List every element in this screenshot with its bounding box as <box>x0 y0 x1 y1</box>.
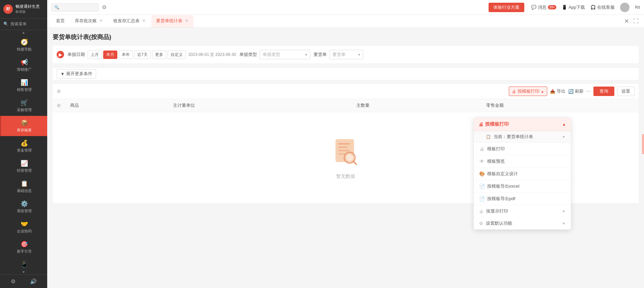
app-badge: 标准版 <box>16 9 40 14</box>
tab-receipt-summary-label: 收发存汇总表 <box>113 18 140 24</box>
query-btn[interactable]: 查询 <box>593 87 614 96</box>
tab-order-stats-close[interactable]: ✕ <box>184 19 189 23</box>
main-area: 🔍 ⚙ 体验行业方案 💬 消息 99+ 📱 App下载 🎧 在线客服 Rit <box>47 0 644 288</box>
current-template-label: 当前：要货单统计表 <box>494 134 562 140</box>
messages-btn[interactable]: 💬 消息 99+ <box>531 4 556 10</box>
sidebar-item-marketing[interactable]: 📢 营销推广 <box>0 55 47 75</box>
topbar-search[interactable]: 🔍 <box>51 3 98 11</box>
dropdown-item-template-design[interactable]: 🎨 模板自定义设计 <box>474 168 571 180</box>
sidebar-item-basics[interactable]: 📋 基础信息 <box>0 177 47 197</box>
export-btn[interactable]: 📤 导出 <box>550 88 565 94</box>
scroll-up-btn[interactable]: ▲ <box>0 30 47 35</box>
footer-speaker-icon[interactable]: 🔊 <box>30 278 37 285</box>
user-avatar-btn[interactable] <box>620 3 630 12</box>
collab-label: 企业协同 <box>17 229 32 234</box>
marketing-icon: 📢 <box>21 59 28 66</box>
sidebar-item-collab[interactable]: 🤝 企业协同 <box>0 217 47 237</box>
export-excel-label: 按模板导出excel <box>487 183 519 189</box>
svg-point-6 <box>346 154 353 161</box>
sidebar-search[interactable]: 🔍 搜索菜单 <box>0 19 47 30</box>
export-pdf-label: 按模板导出pdf <box>487 196 515 202</box>
display-print-arrow-icon: ▼ <box>562 210 565 213</box>
tab-batch-accounts[interactable]: 库存批次账 ✕ <box>70 15 108 27</box>
tab-close-all-icon[interactable]: ✕ <box>623 17 631 26</box>
refresh-btn[interactable]: 🔄 刷新 <box>568 88 584 94</box>
7days-btn[interactable]: 近7天 <box>134 51 151 59</box>
app-download-btn[interactable]: 📱 App下载 <box>562 4 585 10</box>
column-settings-icon[interactable]: ⚙ <box>57 89 61 94</box>
sidebar-item-finance[interactable]: 💰 资金管理 <box>0 136 47 156</box>
dropdown-item-template-print[interactable]: 🖨 模板打印 <box>474 143 571 155</box>
table-area: ⚙ 🖨 按模板打印 ▲ 📤 导出 🔄 刷新 ··· <box>53 84 639 203</box>
settings-btn[interactable]: 设置 <box>617 87 635 96</box>
marketing-label: 营销推广 <box>17 67 32 72</box>
online-service-btn[interactable]: 🎧 在线客服 <box>590 4 615 10</box>
template-design-label: 模板自定义设计 <box>487 171 518 177</box>
dropdown-collapse-btn[interactable]: ▲ <box>562 122 566 127</box>
expand-more-btn[interactable]: ▼ 展开更多条件 <box>57 69 96 78</box>
vertical-scrollbar[interactable] <box>642 134 644 154</box>
system-icon: ⚙️ <box>21 200 28 207</box>
dropdown-item-export-pdf[interactable]: 📄 按模板导出pdf <box>474 193 571 205</box>
trial-btn[interactable]: 体验行业方案 <box>489 3 524 12</box>
svg-rect-2 <box>338 147 348 148</box>
col-unit: 主计量单位 <box>169 99 352 112</box>
this-month-btn[interactable]: 本月 <box>103 51 117 59</box>
footer-settings-icon[interactable]: ⚙ <box>11 278 16 285</box>
table-settings-icon[interactable]: ⚙ <box>57 103 61 108</box>
sidebar-item-sales[interactable]: 📊 销售管理 <box>0 75 47 96</box>
topbar-icons: 💬 消息 99+ 📱 App下载 🎧 在线客服 Rit <box>531 3 640 12</box>
onboarding-icon: 🎯 <box>21 241 28 248</box>
template-design-icon: 🎨 <box>479 171 485 177</box>
current-template-item[interactable]: 📋 当前：要货单统计表 ▼ <box>474 131 571 143</box>
tab-order-stats-label: 要货单统计表 <box>156 18 182 24</box>
date-range-text: 2023-06-01 至 2023-06-30 <box>188 52 236 58</box>
doctype-select[interactable]: 单据类型 ▼ <box>260 50 310 59</box>
messages-label: 消息 <box>538 4 547 10</box>
default-settings-left: ⚙ 设置默认功能 <box>479 220 512 226</box>
more-btn[interactable]: 更多 <box>152 51 166 59</box>
scroll-down-btn[interactable]: ▼ <box>0 269 47 275</box>
custom-btn[interactable]: 自定义 <box>168 51 186 59</box>
this-year-btn[interactable]: 本年 <box>119 51 133 59</box>
tab-receipt-summary[interactable]: 收发存汇总表 ✕ <box>109 15 151 27</box>
more-options-btn[interactable]: ··· <box>586 88 591 94</box>
order-source-select[interactable]: 要货单 ▼ <box>329 50 363 59</box>
sales-label: 销售管理 <box>17 87 32 92</box>
svg-rect-4 <box>338 153 345 155</box>
dropdown-section-display-print[interactable]: 🖨 按显示打印 ▼ <box>474 205 571 217</box>
prev-month-btn[interactable]: 上月 <box>88 51 102 59</box>
sidebar-item-appstore[interactable]: 📱 应用中心 <box>0 257 47 269</box>
tab-home[interactable]: 首页 <box>51 15 69 27</box>
sidebar-item-inventory[interactable]: 📦 库存核算 <box>0 116 47 136</box>
date-filter-label: 单据日期 <box>67 52 85 58</box>
sidebar-item-onboarding[interactable]: 🎯 新手引导 <box>0 237 47 257</box>
sidebar-item-system[interactable]: ⚙️ 系统管理 <box>0 197 47 217</box>
filter-expand-btn[interactable]: ▶ <box>57 51 64 58</box>
print-template-btn[interactable]: 🖨 按模板打印 ▲ <box>509 87 547 96</box>
print-dropdown: 🖨 按模板打印 ▲ 📋 当前：要货单统计表 ▼ 🖨 模板打印 <box>473 118 571 230</box>
purchase-label: 采购管理 <box>17 107 32 113</box>
headset-icon: 🎧 <box>590 5 596 10</box>
finance-label: 资金管理 <box>17 148 32 153</box>
topbar-settings-icon[interactable]: ⚙ <box>102 4 107 10</box>
col-product: 商品 <box>66 99 169 112</box>
tab-order-stats[interactable]: 要货单统计表 ✕ <box>151 15 194 27</box>
table-toolbar: ⚙ 🖨 按模板打印 ▲ 📤 导出 🔄 刷新 ··· <box>53 84 639 99</box>
current-template-icon: 📋 <box>486 134 491 139</box>
tab-maximize-icon[interactable]: ⛶ <box>632 18 640 25</box>
tab-batch-accounts-close[interactable]: ✕ <box>99 19 103 23</box>
dropdown-section-default-settings[interactable]: ⚙ 设置默认功能 ▼ <box>474 217 571 229</box>
dropdown-print-icon: 🖨 <box>478 122 483 127</box>
tab-receipt-summary-close[interactable]: ✕ <box>142 19 146 23</box>
sidebar-item-purchase[interactable]: 🛒 采购管理 <box>0 96 47 116</box>
dropdown-item-export-excel[interactable]: 📄 按模板导出excel <box>474 180 571 193</box>
sidebar-footer: ⚙ 🔊 <box>0 275 47 288</box>
print-icon: 🖨 <box>512 89 516 94</box>
dropdown-item-template-preview[interactable]: 👁 模板预览 <box>474 155 571 168</box>
sidebar-item-operations[interactable]: 📈 经营管理 <box>0 156 47 177</box>
order-source-filter: 要货单 要货单 ▼ <box>314 50 363 59</box>
sidebar-item-quick-nav[interactable]: 🧭 快捷导航 <box>0 35 47 55</box>
purchase-icon: 🛒 <box>21 99 28 106</box>
date-filter-group: 单据日期 上月 本月 本年 近7天 更多 自定义 2023-06-01 至 20… <box>67 51 236 59</box>
